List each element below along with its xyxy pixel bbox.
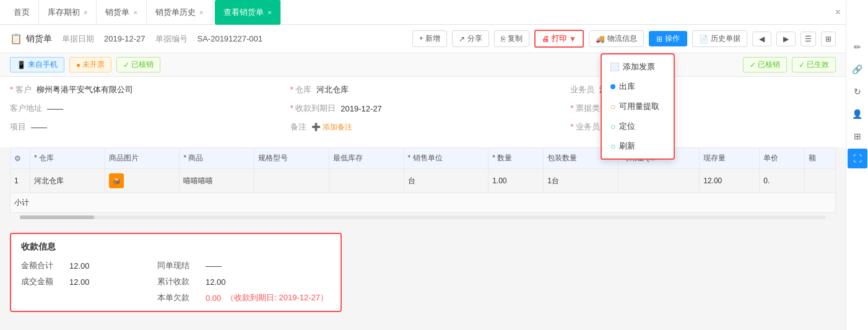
tab-sale-order-close[interactable]: × bbox=[133, 9, 137, 16]
logistics-button[interactable]: 🚚 物流信息 bbox=[589, 30, 644, 47]
scroll-area[interactable] bbox=[10, 215, 836, 219]
sidebar-edit-btn[interactable]: ✏ bbox=[848, 37, 867, 57]
row-quantity: 1.00 bbox=[488, 169, 544, 193]
new-button[interactable]: + 新增 bbox=[412, 30, 447, 47]
circle-teal-icon: ○ bbox=[610, 121, 615, 131]
tab-view-sale[interactable]: 查看销货单 × bbox=[215, 0, 280, 25]
edit-icon: ✏ bbox=[854, 42, 861, 52]
payment-row-transaction: 成交金额 12.00 bbox=[21, 276, 157, 287]
th-spec: 规格型号 bbox=[254, 148, 329, 169]
doc-meta: 单据日期 2019-12-27 单据编号 SA-20191227-001 bbox=[62, 33, 263, 45]
copy-button[interactable]: ⎘ 复制 bbox=[494, 30, 529, 47]
warehouse-field: 仓库 河北仓库 bbox=[290, 84, 556, 95]
transaction-value: 12.00 bbox=[69, 277, 90, 287]
payment-grid: 金额合计 12.00 同单现结 —— 成交金额 12.00 累计收款 12.00 bbox=[21, 260, 331, 303]
list-view-button[interactable]: ☰ bbox=[801, 32, 816, 46]
toolbar-left: 📱 来自手机 ● 未开票 ✓ 已核销 bbox=[10, 57, 160, 72]
share-icon: ↗ bbox=[459, 35, 465, 43]
prev-button[interactable]: ◀ bbox=[752, 32, 771, 46]
ops-outbound[interactable]: 出库 bbox=[602, 77, 674, 97]
due-label: 本单欠款 bbox=[157, 292, 201, 303]
payment-row-same-order: 同单现结 —— bbox=[157, 260, 331, 271]
link-icon: 🔗 bbox=[852, 64, 862, 74]
tab-home[interactable]: 首页 bbox=[5, 0, 39, 25]
subtotal-row: 小计 bbox=[11, 193, 836, 213]
sidebar-user-btn[interactable]: 👤 bbox=[848, 104, 867, 124]
check-sold-icon: ✓ bbox=[750, 61, 756, 69]
sidebar-rotate-btn[interactable]: ↻ bbox=[848, 82, 867, 102]
total-amount-value: 12.00 bbox=[69, 261, 90, 271]
th-current-stock: 现存量 bbox=[700, 148, 760, 169]
ops-available-qty[interactable]: ○ 可用量提取 bbox=[602, 97, 674, 116]
row-sales-unit: 台 bbox=[404, 169, 488, 193]
right-sidebar: ✏ 🔗 ↻ 👤 ⊞ ⛶ bbox=[846, 0, 868, 323]
sold-tag[interactable]: ✓ 已核销 bbox=[743, 57, 787, 72]
payment-date-field: 收款到期日 2019-12-27 bbox=[290, 103, 556, 114]
transaction-label: 成交金额 bbox=[21, 276, 64, 287]
customer-label: 客户 bbox=[10, 84, 32, 95]
subtotal-label: 小计 bbox=[11, 193, 836, 213]
payment-date-value: 2019-12-27 bbox=[341, 104, 382, 113]
check-icon: ✓ bbox=[123, 61, 129, 69]
tab-sale-order[interactable]: 销货单 × bbox=[97, 0, 146, 25]
next-button[interactable]: ▶ bbox=[776, 32, 796, 46]
date-value: 2019-12-27 bbox=[104, 34, 145, 43]
share-button[interactable]: ↗ 分享 bbox=[452, 30, 489, 47]
operations-button[interactable]: ⊞ 操作 bbox=[649, 31, 687, 46]
row-available bbox=[618, 169, 699, 193]
row-min-stock bbox=[329, 169, 404, 193]
print-button[interactable]: 🖨 打印 ▼ bbox=[534, 30, 584, 48]
logistics-icon: 🚚 bbox=[596, 35, 605, 43]
ops-locate[interactable]: ○ 定位 bbox=[602, 116, 674, 136]
history-button[interactable]: 📄 历史单据 bbox=[692, 30, 747, 47]
row-spec bbox=[254, 169, 329, 193]
number-value: SA-20191227-001 bbox=[197, 34, 263, 43]
doc-header: 📋 销货单 单据日期 2019-12-27 单据编号 SA-20191227-0… bbox=[0, 25, 846, 53]
tab-sale-history[interactable]: 销货单历史 × bbox=[147, 0, 212, 25]
same-order-value: —— bbox=[206, 261, 222, 271]
not-open-tag[interactable]: ● 未开票 bbox=[69, 57, 111, 72]
effective-tag[interactable]: ✓ 已生效 bbox=[792, 57, 836, 72]
history-icon: 📄 bbox=[699, 35, 708, 43]
payment-row-cumulative: 累计收款 12.00 bbox=[157, 276, 331, 287]
total-amount-label: 金额合计 bbox=[21, 260, 64, 271]
project-field: 项目 —— bbox=[10, 121, 276, 132]
due-value: 0.00 bbox=[206, 293, 221, 303]
gear-icon[interactable]: ⚙ bbox=[14, 154, 21, 163]
tab-inventory-close[interactable]: × bbox=[84, 9, 87, 16]
verified-tag[interactable]: ✓ 已核销 bbox=[116, 57, 160, 72]
form-area: 客户 柳州粤港平安气体有限公司 仓库 河北仓库 业务员 演示账号 客户地址 ——… bbox=[0, 77, 846, 147]
ops-refresh[interactable]: ○ 刷新 bbox=[602, 136, 674, 156]
toolbar: 📱 来自手机 ● 未开票 ✓ 已核销 ✓ 已核销 ✓ 已生效 bbox=[0, 53, 846, 77]
th-warehouse: * 仓库 bbox=[30, 148, 105, 169]
sidebar-table2-btn[interactable]: ⊞ bbox=[848, 126, 867, 146]
add-note-button[interactable]: ➕ 添加备注 bbox=[311, 122, 352, 132]
payment-date-label: 收款到期日 bbox=[290, 103, 336, 114]
employee-label: 业务员 bbox=[570, 84, 594, 95]
row-pack-qty: 1台 bbox=[544, 169, 618, 193]
grid-view-button[interactable]: ⊞ bbox=[821, 32, 836, 46]
doc-title: 📋 销货单 bbox=[10, 33, 52, 45]
ops-add-invoice[interactable]: 添加发票 bbox=[602, 57, 674, 77]
th-min-stock: 最低库存 bbox=[329, 148, 404, 169]
row-unit-price: 0. bbox=[760, 169, 805, 193]
dot-orange-tag-icon: ● bbox=[76, 61, 80, 69]
customer-field: 客户 柳州粤港平安气体有限公司 bbox=[10, 84, 276, 95]
tab-inventory[interactable]: 库存期初 × bbox=[39, 0, 97, 25]
sidebar-link-btn[interactable]: 🔗 bbox=[848, 59, 867, 79]
ops-container: ⊞ 操作 添加发票 出库 ○ 可用量提取 bbox=[649, 31, 687, 46]
form-row-3: 项目 —— 备注 ➕ 添加备注 业务员孟 —— bbox=[10, 121, 836, 132]
tab-sale-history-close[interactable]: × bbox=[199, 9, 203, 16]
tab-view-sale-close[interactable]: × bbox=[267, 9, 271, 16]
user-icon: 👤 bbox=[852, 109, 862, 119]
th-settings[interactable]: ⚙ bbox=[11, 148, 30, 169]
address-label: 客户地址 bbox=[10, 103, 42, 114]
close-all-tabs[interactable]: × bbox=[835, 7, 841, 18]
address-field: 客户地址 —— bbox=[10, 103, 276, 114]
row-amount bbox=[805, 169, 836, 193]
scroll-track bbox=[20, 215, 826, 219]
cumulative-value: 12.00 bbox=[206, 277, 226, 287]
sidebar-fullscreen-btn[interactable]: ⛶ bbox=[848, 149, 867, 168]
note-field: 备注 ➕ 添加备注 bbox=[290, 121, 556, 132]
from-phone-tag[interactable]: 📱 来自手机 bbox=[10, 57, 64, 72]
